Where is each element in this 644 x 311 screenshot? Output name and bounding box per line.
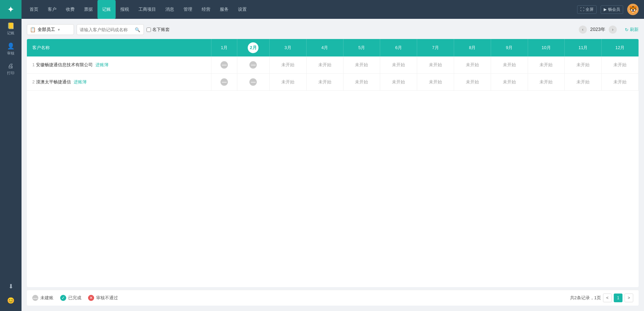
employee-select-icon: 📋: [30, 27, 36, 32]
legend-completed: ✓ 已完成: [60, 295, 81, 301]
refresh-icon: ↻: [625, 27, 629, 32]
checkbox-input[interactable]: [147, 28, 151, 32]
month-cell-7: 未开始: [417, 56, 454, 74]
nav-manage[interactable]: 管理: [179, 0, 197, 19]
nav-business[interactable]: 工商项目: [134, 0, 161, 19]
sidebar-item-bookkeeping[interactable]: 📒 记账: [0, 19, 22, 39]
month-cell-3: 未开始: [270, 74, 307, 91]
nav-service[interactable]: 服务: [215, 0, 233, 19]
year-navigation: ‹ 2023年 ›: [579, 26, 617, 34]
client-name-cell: 2漠澳太平畅捷通信进账簿: [27, 74, 211, 91]
status-not-started: 未开始: [466, 79, 479, 84]
table-row: 1安徽畅捷通信息技术有限公司进账簿——未开始未开始未开始未开始未开始未开始未开始…: [27, 56, 639, 74]
status-dash-icon: —: [220, 78, 228, 86]
nav-bookkeeping[interactable]: 记账: [97, 0, 116, 19]
table-body: 1安徽畅捷通信息技术有限公司进账簿——未开始未开始未开始未开始未开始未开始未开始…: [27, 56, 639, 91]
status-not-started: 未开始: [576, 62, 590, 67]
legend-not-started-label: 未建账: [40, 295, 53, 301]
nav-invoice[interactable]: 票据: [79, 0, 97, 19]
status-not-started: 未开始: [576, 79, 590, 84]
nav-operation[interactable]: 经营: [197, 0, 215, 19]
month-cell-11: 未开始: [565, 56, 602, 74]
audit-icon: 👤: [7, 42, 14, 50]
year-label: 2023年: [590, 27, 605, 33]
month-cell-5: 未开始: [343, 56, 380, 74]
vip-icon: ▶: [604, 7, 607, 12]
checkbox-my-accounts[interactable]: 名下账套: [147, 27, 170, 33]
status-not-started: 未开始: [281, 79, 294, 84]
status-dash-icon: —: [220, 61, 228, 69]
topnav-right: ⛶ 全屏 ▶ 畅会员 🐯: [577, 4, 644, 15]
header-month-11: 11月: [565, 39, 602, 56]
status-not-started: 未开始: [355, 79, 368, 84]
employee-select-wrapper[interactable]: 📋 全部员工 全部员工 ▼: [27, 24, 74, 35]
status-not-started: 未开始: [613, 62, 627, 67]
nav-client[interactable]: 客户: [43, 0, 61, 19]
header-client-name: 客户名称: [27, 39, 211, 56]
pagination: 共2条记录，1页 < 1 >: [570, 294, 633, 302]
sidebar-item-label: 打印: [7, 71, 14, 76]
month-cell-1: —: [211, 74, 237, 91]
month-cell-1: —: [211, 56, 237, 74]
sidebar-item-user[interactable]: 😊: [0, 294, 22, 308]
status-not-started: 未开始: [429, 79, 442, 84]
legend-rejected: ✕ 审核不通过: [88, 295, 118, 301]
month-cell-6: 未开始: [380, 74, 417, 91]
client-name-cell: 1安徽畅捷通信息技术有限公司进账簿: [27, 56, 211, 74]
next-year-button[interactable]: ›: [609, 26, 617, 34]
nav-home[interactable]: 首页: [25, 0, 43, 19]
header-month-7: 7月: [417, 39, 454, 56]
header-month-1: 1月: [211, 39, 237, 56]
pagination-info: 共2条记录，1页: [570, 295, 601, 301]
prev-page-button[interactable]: <: [603, 294, 612, 302]
month-cell-6: 未开始: [380, 56, 417, 74]
status-not-started: 未开始: [281, 62, 294, 67]
nav-message[interactable]: 消息: [161, 0, 179, 19]
nav-settings[interactable]: 设置: [233, 0, 251, 19]
month-cell-12: 未开始: [602, 56, 639, 74]
client-name: 安徽畅捷通信息技术有限公司: [36, 62, 93, 67]
sidebar-bottom: ⬇ 😊: [0, 279, 22, 311]
sidebar-item-audit[interactable]: 👤 审核: [0, 39, 22, 59]
status-dash-icon: —: [249, 78, 257, 86]
header-month-9: 9月: [491, 39, 528, 56]
print-icon: 🖨: [8, 63, 14, 70]
prev-year-button[interactable]: ‹: [579, 26, 587, 34]
month-cell-7: 未开始: [417, 74, 454, 91]
avatar[interactable]: 🐯: [627, 4, 639, 15]
sidebar-item-label: 记账: [7, 31, 14, 36]
current-page-button[interactable]: 1: [614, 294, 622, 302]
month-cell-3: 未开始: [270, 56, 307, 74]
search-input[interactable]: [80, 27, 133, 32]
month-cell-8: 未开始: [454, 74, 491, 91]
next-page-button[interactable]: >: [625, 294, 633, 302]
sidebar-item-download[interactable]: ⬇: [0, 279, 22, 294]
table-header-row: 客户名称 1月 2月 3月 4月 5月 6月 7月 8月 9月 10月 11月: [27, 39, 639, 56]
legend-rejected-label: 审核不通过: [96, 295, 118, 301]
current-month-circle: 2月: [248, 42, 258, 53]
header-month-12: 12月: [602, 39, 639, 56]
nav-tax[interactable]: 报税: [116, 0, 134, 19]
search-wrapper: 🔍: [77, 24, 144, 35]
fullscreen-icon: ⛶: [580, 7, 584, 12]
month-cell-9: 未开始: [491, 56, 528, 74]
download-icon: ⬇: [8, 283, 13, 290]
enter-ledger-link[interactable]: 进账簿: [74, 79, 87, 84]
vip-button[interactable]: ▶ 畅会员: [601, 5, 623, 14]
month-cell-10: 未开始: [528, 74, 565, 91]
month-cell-10: 未开始: [528, 56, 565, 74]
app-logo: ✦: [0, 0, 22, 19]
search-icon[interactable]: 🔍: [135, 27, 140, 32]
month-cell-11: 未开始: [565, 74, 602, 91]
enter-ledger-link[interactable]: 进账簿: [95, 62, 109, 67]
sidebar-item-print[interactable]: 🖨 打印: [0, 59, 22, 79]
status-not-started: 未开始: [539, 62, 553, 67]
nav-fee[interactable]: 收费: [61, 0, 79, 19]
refresh-button[interactable]: ↻ 刷新: [625, 27, 639, 33]
status-not-started: 未开始: [318, 79, 331, 84]
completed-icon: ✓: [60, 295, 66, 301]
bookkeeping-icon: 📒: [7, 22, 14, 30]
header-month-10: 10月: [528, 39, 565, 56]
sidebar-item-label: 审核: [7, 51, 14, 56]
fullscreen-button[interactable]: ⛶ 全屏: [577, 5, 597, 14]
